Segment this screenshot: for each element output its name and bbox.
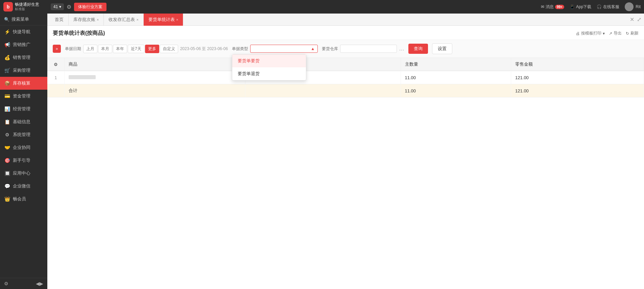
expand-window-icon[interactable]: ⤢ [637,16,641,23]
refresh-button[interactable]: ↻ 刷新 [626,30,639,36]
app-download-button[interactable]: 📱 App下载 [570,4,591,10]
sidebar-item-wechat[interactable]: 💬 企业微信 [0,180,47,193]
marketing-icon: 📢 [4,42,10,48]
date-btn-week[interactable]: 近7天 [128,45,144,53]
sales-icon: 💰 [4,54,10,61]
date-btn-year[interactable]: 本年 [113,45,127,53]
tab-close-icon[interactable]: × [97,18,99,22]
sidebar-item-label: 系统管理 [13,132,30,138]
tab-home-label: 首页 [55,17,64,23]
table-total-row: 合计 11.00 121.00 [47,84,644,97]
sidebar-item-app-center[interactable]: 🔲 应用中心 [0,167,47,180]
close-window-icon[interactable]: ✕ [630,16,634,23]
more-filters-icon[interactable]: … [399,46,404,52]
sidebar-item-collab[interactable]: 🤝 企业协同 [0,141,47,154]
export-icon: ↗ [609,31,612,36]
print-icon: 🖨 [576,31,580,36]
date-btn-custom[interactable]: 自定义 [160,45,178,53]
filter-bar: » 单据日期 上月 本月 本年 近7天 更多 自定义 2023-05-06 至 … [47,40,644,58]
type-select-chevron-icon: ▲ [311,46,315,51]
wechat-icon: 💬 [4,183,10,189]
search-icon: 🔍 [4,17,9,22]
sidebar-item-guide[interactable]: 🎯 新手引导 [0,154,47,167]
header-middle: 41 ▾ ⚙ 体验行业方案 [51,3,541,11]
trial-button[interactable]: 体验行业方案 [74,3,106,11]
sidebar-settings-button[interactable]: ⚙ [4,281,8,286]
type-dropdown-menu: 要货单要货 要货单退货 [232,54,306,81]
user-info[interactable]: Rit [625,2,641,11]
type-select[interactable]: ▲ [250,45,318,53]
main-content: 首页 库存批次账 × 收发存汇总表 × 要货单统计表 × ✕ ⤢ 要货单统计表(… [47,14,644,289]
message-icon: ✉ [541,4,544,9]
tab-close-icon[interactable]: × [176,18,178,22]
dropdown-item-return[interactable]: 要货单退货 [232,67,306,80]
sidebar-item-label: 基础信息 [13,119,30,125]
print-label: 按模板打印 [581,30,601,36]
warehouse-filter-label: 要货仓库 [322,46,338,52]
message-badge: 99+ [555,5,564,9]
logo-area: b 畅捷通好生意 标准版 [3,2,51,12]
inventory-icon: 📦 [4,80,10,86]
app-logo-icon: b [3,2,13,12]
date-buttons: 上月 本月 本年 近7天 更多 自定义 [83,45,178,53]
sidebar-item-system[interactable]: ⚙ 系统管理 [0,128,47,141]
sidebar-item-purchase[interactable]: 🛒 采购管理 [0,64,47,77]
sidebar-item-label: 库存核算 [13,80,30,86]
page-title: 要货单统计表(按商品) [53,30,105,37]
sidebar-item-basic[interactable]: 📋 基础信息 [0,115,47,128]
tab-recv-summary[interactable]: 收发存汇总表 × [104,14,143,26]
sidebar-item-operation[interactable]: 📊 经营管理 [0,103,47,115]
store-selector[interactable]: 41 ▾ [51,3,64,10]
table-col-quantity: 主数量 [401,58,511,71]
gear-button[interactable]: ⚙ [67,4,71,10]
table-cell-product [64,71,245,84]
filter-settings-button[interactable]: 设置 [432,43,452,54]
system-icon: ⚙ [4,132,10,138]
tab-label: 库存批次账 [73,17,95,23]
query-button[interactable]: 查询 [408,44,428,54]
purchase-icon: 🛒 [4,67,10,73]
table-col-amount: 零售金额 [511,58,644,71]
sidebar-item-marketing[interactable]: 📢 营销推广 [0,38,47,51]
collab-icon: 🤝 [4,144,10,151]
total-quantity: 11.00 [401,84,511,97]
online-service-button[interactable]: 🎧 在线客服 [597,4,619,10]
tab-home[interactable]: 首页 [50,14,69,26]
page-header: 要货单统计表(按商品) 🖨 按模板打印 ▾ ↗ 导出 ↻ 刷新 [47,26,644,40]
tab-label: 收发存汇总表 [109,17,135,23]
operation-icon: 📊 [4,106,10,112]
sidebar-item-label: 营销推广 [13,42,30,48]
total-label: 合计 [64,84,245,97]
member-icon: 👑 [4,196,10,202]
total-empty [47,84,64,97]
sidebar-item-finance[interactable]: 💳 资金管理 [0,90,47,103]
type-filter-label: 单据类型 [232,46,248,52]
table-cell-quantity: 11.00 [401,71,511,84]
sidebar-item-label: 快捷导航 [13,29,30,35]
date-btn-up[interactable]: 上月 [83,45,97,53]
message-button[interactable]: ✉ 消息 99+ [541,4,564,10]
warehouse-filter-group: 要货仓库 … [322,45,404,53]
type-filter-group: 单据类型 ▲ 要货单要货 要货单退货 [232,45,318,53]
sidebar-collapse-button[interactable]: ◀▶ [36,281,43,286]
sidebar-item-quick-nav[interactable]: ⚡ 快捷导航 [0,25,47,38]
sidebar-item-inventory[interactable]: 📦 库存核算 [0,77,47,90]
sidebar-search[interactable]: 🔍 搜索菜单 [0,14,47,25]
warehouse-input[interactable] [340,45,397,53]
export-button[interactable]: ↗ 导出 [609,30,622,36]
app-name: 畅捷通好生意 [15,2,39,7]
table-col-settings[interactable]: ⚙ [47,58,64,71]
sidebar-item-sales[interactable]: 💰 销售管理 [0,51,47,64]
dropdown-item-label: 要货单退货 [238,71,260,76]
date-btn-more[interactable]: 更多 [145,45,159,53]
tab-inventory-batch[interactable]: 库存批次账 × [69,14,104,26]
tab-bar: 首页 库存批次账 × 收发存汇总表 × 要货单统计表 × ✕ ⤢ [47,14,644,26]
sidebar-item-member[interactable]: 👑 畅会员 [0,193,47,205]
print-button[interactable]: 🖨 按模板打印 ▾ [576,30,605,36]
dropdown-item-order[interactable]: 要货单要货 [232,54,306,67]
tab-order-summary[interactable]: 要货单统计表 × [144,14,183,26]
filter-expand-button[interactable]: » [53,45,61,53]
tab-close-icon[interactable]: × [136,18,138,22]
date-btn-current[interactable]: 本月 [98,45,112,53]
sidebar-item-label: 经营管理 [13,106,30,112]
